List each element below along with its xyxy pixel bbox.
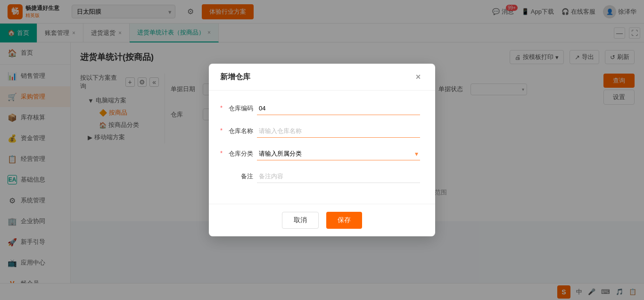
name-label: 仓库名称 <box>224 127 257 135</box>
modal-footer: 取消 保存 <box>209 204 435 236</box>
save-button[interactable]: 保存 <box>326 212 362 229</box>
modal-overlay[interactable]: 新增仓库 × 仓库编码 仓库名称 仓库分类 请输入所属分类 ▾ <box>0 0 644 300</box>
form-row-code: 仓库编码 <box>224 102 420 115</box>
form-row-name: 仓库名称 <box>224 125 420 138</box>
code-label: 仓库编码 <box>224 104 257 113</box>
form-row-remark: 备注 <box>224 170 420 183</box>
modal-header: 新增仓库 × <box>209 64 435 91</box>
form-row-category: 仓库分类 请输入所属分类 ▾ <box>224 147 420 160</box>
category-label: 仓库分类 <box>224 150 257 158</box>
modal-title: 新增仓库 <box>220 72 250 82</box>
category-select-wrap[interactable]: 请输入所属分类 ▾ <box>257 147 420 160</box>
new-warehouse-modal: 新增仓库 × 仓库编码 仓库名称 仓库分类 请输入所属分类 ▾ <box>209 64 435 236</box>
category-select[interactable]: 请输入所属分类 <box>257 147 420 160</box>
code-input[interactable] <box>257 102 420 115</box>
name-input[interactable] <box>257 125 420 138</box>
remark-label: 备注 <box>224 172 257 181</box>
cancel-button[interactable]: 取消 <box>282 212 319 229</box>
modal-body: 仓库编码 仓库名称 仓库分类 请输入所属分类 ▾ 备注 <box>209 91 435 204</box>
modal-close-button[interactable]: × <box>413 71 424 83</box>
remark-input[interactable] <box>257 170 420 183</box>
